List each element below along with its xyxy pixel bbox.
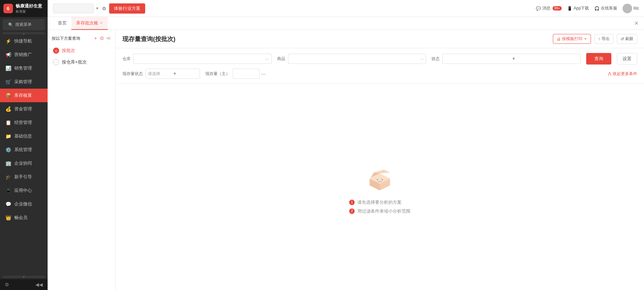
tab-home[interactable]: 首页: [53, 17, 71, 30]
topbar-gear-icon[interactable]: ⚙: [102, 6, 106, 11]
marketing-icon: 📢: [5, 51, 12, 58]
search-menu-item[interactable]: 🔍 搜索菜单: [3, 19, 45, 30]
export-icon: ↑: [598, 37, 600, 41]
sidebar-item-apps[interactable]: 📱 应用中心: [0, 184, 48, 197]
enterprise-icon: 🏢: [5, 160, 12, 167]
app-logo: 6: [3, 4, 13, 13]
main-area: ▼ ⚙ 体验行业方案 💬 消息 99+ 📱 App下载 🎧 在线客服 Rit: [48, 0, 644, 290]
product-dots[interactable]: ···: [420, 56, 424, 61]
sales-icon: 📊: [5, 65, 12, 72]
export-btn[interactable]: ↑ 导出: [594, 34, 613, 44]
sidebar-item-basics[interactable]: 📁 基础信息: [0, 129, 48, 143]
topbar: ▼ ⚙ 体验行业方案 💬 消息 99+ 📱 App下载 🎧 在线客服 Rit: [48, 0, 644, 17]
topbar-input-field[interactable]: [53, 4, 94, 13]
sidebar-footer: ⚙ ◀◀: [0, 279, 48, 290]
empty-tip-1: 1 请先选择要分析的方案: [349, 199, 410, 205]
status-select-wrap[interactable]: ▼: [442, 54, 581, 64]
product-input-wrap[interactable]: ···: [288, 54, 426, 64]
weixin-icon: 💬: [5, 201, 12, 207]
warehouse-input[interactable]: [136, 56, 265, 61]
collapse-more-btn[interactable]: ⋀ 收起更多条件: [608, 71, 637, 77]
purchase-icon: 🛒: [5, 78, 12, 85]
product-input[interactable]: [290, 56, 420, 61]
sidebar-item-purchase[interactable]: 🛒 采购管理: [0, 75, 48, 89]
experience-btn[interactable]: 体验行业方案: [109, 3, 145, 14]
topbar-dropdown-icon[interactable]: ▼: [95, 6, 99, 11]
tab-close-btn[interactable]: ×: [100, 21, 103, 25]
settings-btn[interactable]: 设置: [617, 53, 637, 65]
warehouse-input-wrap[interactable]: ···: [133, 54, 272, 64]
collapse-icon: ⋀: [608, 71, 611, 76]
product-filter: 商品 ···: [277, 54, 426, 64]
svg-point-6: [377, 179, 378, 180]
quantity-filter: 现存量（主） —: [205, 69, 266, 79]
filter-area: 仓库 ··· 商品 ··· 状态: [116, 48, 644, 84]
message-icon: 💬: [536, 6, 541, 11]
left-panel-actions: ＋ ⊙ ≪: [93, 35, 111, 41]
sidebar-navigation: ⚡ 快捷导航 📢 营销推广 📊 销售管理 🛒 采购管理 📦 库存核算 💰 资金管…: [0, 34, 48, 276]
warehouse-dots[interactable]: ···: [265, 56, 269, 61]
tabbar: 首页 库存批次账 × ✕: [48, 17, 644, 30]
inventory-status-select-wrap[interactable]: 请选择 ▼: [146, 69, 200, 79]
plan-item-batch[interactable]: ⊙ 按批次: [48, 45, 115, 56]
collapse-sidebar-icon[interactable]: ◀◀: [35, 282, 43, 287]
filter-row-2: 现存量状态 请选择 ▼ 现存量（主） — ⋀: [122, 69, 637, 79]
empty-tip-2: 2 用过滤条件来缩小分析范围: [349, 208, 410, 214]
quantity-min-input[interactable]: [233, 69, 260, 79]
print-icon: 🖨: [557, 37, 561, 41]
inventory-status-filter: 现存量状态 请选择 ▼: [122, 69, 200, 79]
messages-btn[interactable]: 💬 消息 99+: [536, 5, 562, 11]
chevron-down-icon: ▼: [22, 275, 25, 278]
sidebar-item-operations[interactable]: 📋 经营管理: [0, 116, 48, 129]
tab-inventory-batch[interactable]: 库存批次账 ×: [71, 17, 108, 30]
empty-illustration: [363, 160, 397, 194]
member-icon: 👑: [5, 214, 12, 221]
right-content: 现存量查询(按批次) 🖨 按模板打印 ▼ ↑ 导出 ↺: [116, 30, 644, 290]
query-btn[interactable]: 查询: [586, 53, 611, 65]
svg-point-7: [382, 179, 383, 180]
app-download-btn[interactable]: 📱 App下载: [567, 5, 589, 11]
phone-icon: 📱: [567, 6, 572, 11]
page-header: 现存量查询(按批次) 🖨 按模板打印 ▼ ↑ 导出 ↺: [116, 30, 644, 48]
sidebar: 6 畅康通好生意 标准版 🔍 搜索菜单 ▲ ⚡ 快捷导航 📢 营销推广 📊 销售…: [0, 0, 48, 290]
sidebar-item-weixin[interactable]: 💬 企业微信: [0, 197, 48, 211]
warehouse-batch-plan-icon: ○: [53, 59, 59, 65]
online-service-btn[interactable]: 🎧 在线客服: [594, 5, 617, 11]
topbar-input-area: ▼: [53, 4, 99, 13]
settings-plan-icon[interactable]: ⊙: [100, 35, 104, 41]
refresh-icon: ↺: [621, 37, 624, 41]
refresh-btn[interactable]: ↺ 刷新: [617, 34, 637, 44]
collapse-panel-icon[interactable]: ≪: [106, 35, 111, 41]
user-avatar-btn[interactable]: Rit: [623, 4, 639, 13]
scroll-down-btn[interactable]: ▼: [3, 276, 45, 278]
sidebar-item-quick[interactable]: ⚡ 快捷导航: [0, 34, 48, 48]
settings-icon[interactable]: ⚙: [5, 282, 9, 287]
add-plan-icon[interactable]: ＋: [93, 35, 98, 41]
left-panel: 按以下方案查询 ＋ ⊙ ≪ ⊙ 按批次 ○ 按仓库+批次: [48, 30, 116, 290]
status-filter: 状态 ▼: [431, 54, 581, 64]
system-icon: ⚙️: [5, 146, 12, 153]
sidebar-header: 6 畅康通好生意 标准版: [0, 0, 48, 17]
sidebar-item-finance[interactable]: 💰 资金管理: [0, 102, 48, 116]
topbar-left: ▼ ⚙ 体验行业方案: [53, 3, 536, 14]
sidebar-item-member[interactable]: 👑 畅会员: [0, 211, 48, 224]
newbie-icon: 🎓: [5, 174, 12, 180]
sidebar-item-system[interactable]: ⚙️ 系统管理: [0, 143, 48, 157]
template-print-btn[interactable]: 🖨 按模板打印 ▼: [553, 34, 591, 44]
basics-icon: 📁: [5, 133, 12, 140]
page-close-btn[interactable]: ✕: [634, 20, 639, 26]
page-content: 按以下方案查询 ＋ ⊙ ≪ ⊙ 按批次 ○ 按仓库+批次 现存量查询: [48, 30, 644, 290]
sidebar-item-inventory[interactable]: 📦 库存核算: [0, 89, 48, 102]
page-actions: 🖨 按模板打印 ▼ ↑ 导出 ↺ 刷新: [553, 34, 637, 44]
topbar-right: 💬 消息 99+ 📱 App下载 🎧 在线客服 Rit: [536, 4, 639, 13]
page-title-row: 现存量查询(按批次) 🖨 按模板打印 ▼ ↑ 导出 ↺: [122, 34, 637, 44]
app-brand: 畅康通好生意 标准版: [16, 3, 42, 14]
sidebar-item-newbie[interactable]: 🎓 新手引导: [0, 170, 48, 184]
sidebar-item-enterprise[interactable]: 🏢 企业协同: [0, 157, 48, 170]
sidebar-item-sales[interactable]: 📊 销售管理: [0, 61, 48, 75]
headset-icon: 🎧: [594, 6, 599, 11]
plan-item-warehouse-batch[interactable]: ○ 按仓库+批次: [48, 56, 115, 68]
sidebar-item-marketing[interactable]: 📢 营销推广: [0, 48, 48, 61]
apps-icon: 📱: [5, 187, 12, 194]
print-dropdown-icon[interactable]: ▼: [584, 37, 587, 41]
